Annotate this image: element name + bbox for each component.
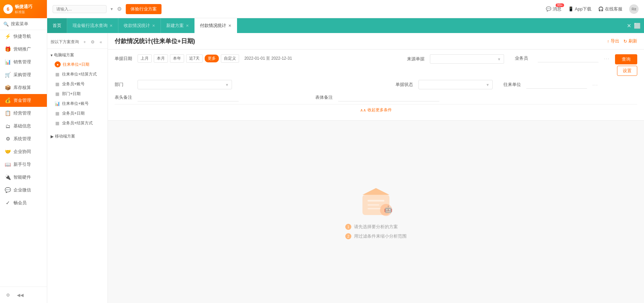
date-buttons: 上月 本月 本年 近7天 更多 自定义 [138, 54, 239, 63]
add-scheme-btn[interactable]: + [81, 38, 88, 45]
sidebar-subtitle: 标准版 [15, 10, 32, 14]
user-avatar[interactable]: Rit [629, 4, 639, 14]
sidebar-item-purchase[interactable]: 🛒采购管理 [0, 68, 47, 81]
scheme-dept-date[interactable]: ▦ 部门+日期 [47, 89, 108, 99]
finance-label: 资金管理 [13, 97, 31, 103]
svg-rect-4 [368, 208, 381, 209]
sidebar-item-vip[interactable]: ✓畅会员 [0, 196, 47, 209]
close-window-btn[interactable]: ✕ [627, 23, 631, 29]
tab-new-plan[interactable]: 新建方案✕ [161, 18, 195, 33]
scheme-partner-date[interactable]: ● 往来单位+日期 [47, 59, 108, 69]
last-7days-btn[interactable]: 近7天 [186, 54, 203, 63]
scheme-partner-date-label: 往来单位+日期 [63, 62, 89, 67]
settings-footer-btn[interactable]: ⚙ [3, 290, 13, 300]
scheme-partner-account[interactable]: 📊 往来单位+账号 [47, 99, 108, 109]
sidebar-item-inventory[interactable]: 📦库存核算 [0, 81, 47, 94]
topbar-gear-icon[interactable]: ⚙ [117, 6, 122, 12]
table-icon-5: ▦ [55, 121, 60, 126]
marketing-label: 营销推广 [13, 46, 31, 52]
tab-receipts[interactable]: 收款情况统计✕ [118, 18, 161, 33]
messages-btn[interactable]: 💬 消息 99+ [546, 6, 561, 12]
source-select[interactable]: ▾ [430, 54, 504, 64]
export-btn[interactable]: ↑ 导出 [607, 38, 620, 44]
this-year-btn[interactable]: 本年 [170, 54, 184, 63]
query-btn[interactable]: 查询 [615, 54, 637, 64]
svg-rect-2 [368, 200, 384, 202]
sidebar-item-collab[interactable]: 🤝企业协同 [0, 145, 47, 158]
date-range-display: 2022-01-01 至 2022-12-31 [244, 56, 407, 61]
scheme-partner-settle[interactable]: ▦ 往来单位+结算方式 [47, 69, 108, 79]
page-title-bar: 付款情况统计(往来单位+日期) ↑ 导出 ↻ 刷新 [108, 33, 644, 50]
inventory-icon: 📦 [5, 85, 11, 91]
staff-input[interactable] [538, 54, 598, 62]
collapse-panel-btn[interactable]: « [97, 38, 104, 45]
sidebar-item-hardware[interactable]: 🔌智能硬件 [0, 171, 47, 184]
dept-select[interactable]: ▾ [138, 80, 232, 89]
trial-btn[interactable]: 体验行业方案 [126, 4, 162, 14]
online-service-btn[interactable]: 🎧 在线客服 [598, 6, 622, 12]
source-select-arrow: ▾ [498, 57, 500, 62]
purchase-label: 采购管理 [13, 72, 31, 78]
body-note-input[interactable] [338, 93, 439, 101]
active-scheme-icon: ● [55, 61, 61, 67]
sidebar-item-operation[interactable]: 📋经营管理 [0, 107, 47, 120]
this-month-btn[interactable]: 本月 [154, 54, 168, 63]
partner-input[interactable] [526, 81, 587, 89]
sidebar-item-wechat[interactable]: 💬企业微信 [0, 184, 47, 196]
app-download-btn[interactable]: 📱 App下载 [568, 6, 591, 12]
topbar-right: 💬 消息 99+ 📱 App下载 🎧 在线客服 Rit [546, 4, 639, 14]
scheme-staff-account[interactable]: ▦ 业务员+账号 [47, 79, 108, 89]
dept-filter-label: 部门 [115, 82, 135, 88]
messages-badge: 99+ [556, 3, 564, 7]
scheme-staff-settle[interactable]: ▦ 业务员+结算方式 [47, 118, 108, 128]
tab-close-payments[interactable]: ✕ [228, 24, 231, 28]
table-icon-2: ▦ [55, 82, 60, 87]
filter-settings-btn[interactable]: 设置 [617, 66, 637, 76]
tab-bank[interactable]: 现金银行流水查询✕ [67, 18, 118, 33]
tab-home[interactable]: 首页 [47, 18, 67, 33]
source-filter-label: 来源单据 [407, 56, 427, 62]
collapse-sidebar-btn[interactable]: ◀◀ [16, 290, 25, 300]
custom-date-btn[interactable]: 自定义 [221, 54, 239, 63]
maximize-btn[interactable]: ⬜ [634, 23, 641, 29]
tab-close-new-plan[interactable]: ✕ [186, 24, 189, 28]
header-note-input[interactable] [138, 93, 239, 101]
voucher-status-label: 单据状态 [396, 82, 416, 88]
scheme-settings-btn[interactable]: ⚙ [89, 38, 96, 45]
sales-icon: 📊 [5, 59, 11, 65]
staff-more-btn[interactable]: ··· [604, 56, 610, 61]
topbar-dropdown-arrow[interactable]: ▾ [111, 6, 113, 11]
search-menu[interactable]: 🔍 搜索菜单 [0, 18, 47, 30]
sidebar-item-finance[interactable]: 💰资金管理 [0, 94, 47, 107]
tab-label-home: 首页 [53, 23, 61, 29]
topbar-search-input[interactable] [53, 5, 107, 13]
sidebar-item-system[interactable]: ⚙系统管理 [0, 132, 47, 145]
scheme-staff-date[interactable]: ▦ 业务员+日期 [47, 109, 108, 118]
tab-close-bank[interactable]: ✕ [110, 24, 113, 28]
more-dates-btn[interactable]: 更多 [205, 55, 219, 62]
staff-filter-label: 业务员 [515, 55, 535, 61]
basic-info-label: 基础信息 [13, 123, 31, 129]
dept-select-arrow: ▾ [226, 82, 228, 87]
tab-payments[interactable]: 付款情况统计✕ [195, 18, 237, 33]
sidebar-item-marketing[interactable]: 🎁营销推广 [0, 43, 47, 56]
voucher-status-select[interactable]: ▾ [418, 80, 493, 89]
tab-close-receipts[interactable]: ✕ [152, 24, 155, 28]
partner-more-btn[interactable]: ··· [592, 82, 598, 87]
scheme-panel-title: 按以下方案查询 [51, 39, 79, 45]
collab-label: 企业协同 [13, 149, 31, 155]
refresh-btn[interactable]: ↻ 刷新 [623, 38, 637, 44]
sidebar-item-sales[interactable]: 📊销售管理 [0, 56, 47, 68]
guide-label: 新手引导 [13, 161, 31, 168]
message-icon: 💬 [546, 6, 551, 11]
tab-label-receipts: 收款情况统计 [124, 23, 150, 29]
desktop-section-label: 电脑端方案 [54, 52, 74, 58]
sidebar-item-quick-nav[interactable]: ⚡快捷导航 [0, 30, 47, 43]
voucher-status-arrow: ▾ [487, 82, 489, 87]
last-month-btn[interactable]: 上月 [138, 54, 152, 63]
collapse-conditions-btn[interactable]: ∧∧ 收起更多条件 [115, 104, 637, 116]
sidebar-item-guide[interactable]: 📖新手引导 [0, 158, 47, 171]
sidebar-item-basic-info[interactable]: 🗂基础信息 [0, 120, 47, 132]
mobile-section-title[interactable]: ▶ 移动端方案 [47, 132, 108, 141]
desktop-section-title[interactable]: ▾ 电脑端方案 [47, 51, 108, 59]
